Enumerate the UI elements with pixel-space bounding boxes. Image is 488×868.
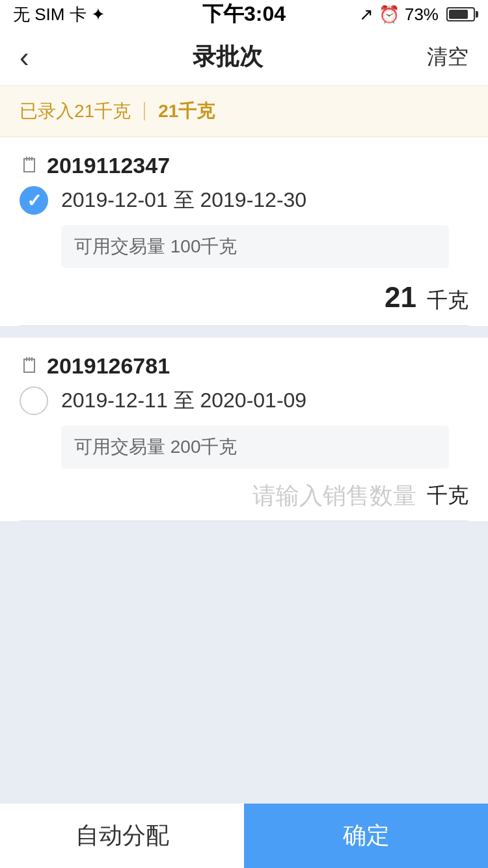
batch-1-separator: [20, 325, 468, 326]
batch-item-2: 🗒 2019126781 2019-12-11 至 2020-01-09 可用交…: [0, 338, 488, 521]
status-time: 下午3:04: [202, 0, 286, 29]
recorded-label: 已录入21千克: [20, 99, 131, 124]
nav-bar: ‹ 录批次 清空: [0, 29, 488, 86]
batch-2-row: 2019-12-11 至 2020-01-09: [20, 387, 468, 415]
bottom-bar: 自动分配 确定: [0, 803, 488, 868]
info-divider: [144, 102, 145, 120]
location-icon: ↗: [359, 5, 373, 25]
status-bar: 无 SIM 卡 ✦ 下午3:04 ↗ ⏰ 73%: [0, 0, 488, 29]
info-banner: 已录入21千克 21千克: [0, 86, 488, 137]
batch-2-id: 2019126781: [47, 353, 170, 379]
sim-label: 无 SIM 卡 ✦: [13, 3, 105, 26]
quantity-input[interactable]: [234, 482, 416, 509]
batch-2-header: 🗒 2019126781: [20, 353, 468, 379]
status-left: 无 SIM 卡 ✦: [13, 3, 105, 26]
batch-2-avail: 可用交易量 200千克: [61, 426, 449, 468]
info-value: 21千克: [158, 99, 215, 124]
batch-1-avail: 可用交易量 100千克: [61, 225, 449, 268]
battery-icon: [446, 7, 475, 21]
batch-1-icon: 🗒: [20, 154, 40, 178]
batch-1-amount-row: 21 千克: [0, 268, 488, 325]
batch-2-separator: [20, 521, 468, 521]
batch-2-input-row: 千克: [0, 468, 488, 521]
batch-1-date: 2019-12-01 至 2019-12-30: [61, 186, 306, 215]
batch-1-id: 2019112347: [47, 153, 170, 178]
battery-percent: 73%: [405, 5, 439, 25]
batch-1-row: 2019-12-01 至 2019-12-30: [20, 186, 468, 215]
alarm-icon: ⏰: [379, 5, 400, 25]
batch-2-icon: 🗒: [20, 354, 40, 378]
clear-button[interactable]: 清空: [427, 43, 468, 72]
batch-2-radio[interactable]: [20, 387, 48, 415]
batch-1-radio[interactable]: [20, 186, 48, 215]
batch-item-1: 🗒 2019112347 2019-12-01 至 2019-12-30 可用交…: [0, 137, 488, 326]
auto-distribute-button[interactable]: 自动分配: [0, 804, 244, 868]
batch-1-amount: 21: [385, 281, 416, 314]
batch-2-unit: 千克: [427, 481, 468, 510]
batch-1-unit: 千克: [427, 286, 468, 315]
back-button[interactable]: ‹: [20, 43, 29, 72]
status-right: ↗ ⏰ 73%: [359, 5, 475, 25]
batch-2-date: 2019-12-11 至 2020-01-09: [61, 387, 306, 415]
page-title: 录批次: [193, 41, 263, 73]
batch-1-header: 🗒 2019112347: [20, 153, 468, 178]
confirm-button[interactable]: 确定: [244, 804, 488, 868]
